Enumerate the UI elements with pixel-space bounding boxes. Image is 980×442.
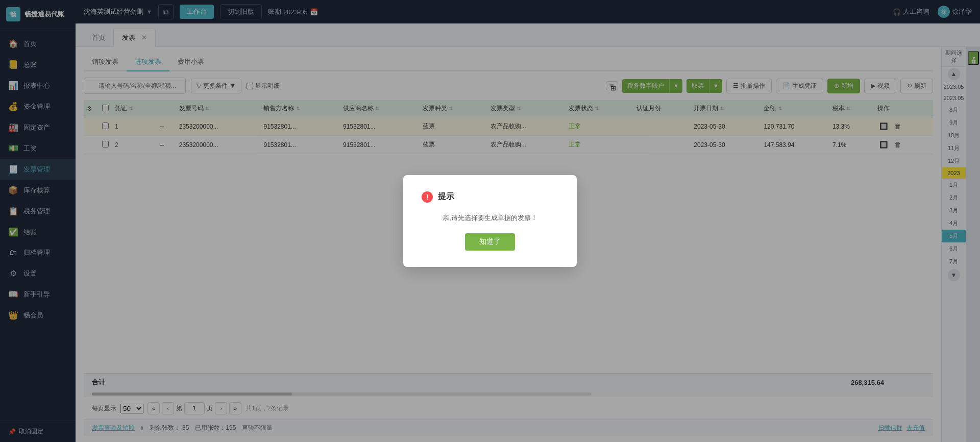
modal-title-row: ! 提示 bbox=[422, 191, 454, 203]
modal-title: 提示 bbox=[438, 191, 454, 202]
modal-warning-icon: ! bbox=[422, 191, 433, 203]
modal-confirm-button[interactable]: 知道了 bbox=[465, 233, 515, 251]
modal-overlay[interactable]: ! 提示 亲,请先选择要生成单据的发票！ 知道了 bbox=[0, 0, 980, 442]
modal-message: 亲,请先选择要生成单据的发票！ bbox=[443, 213, 537, 224]
modal-dialog: ! 提示 亲,请先选择要生成单据的发票！ 知道了 bbox=[403, 175, 577, 267]
